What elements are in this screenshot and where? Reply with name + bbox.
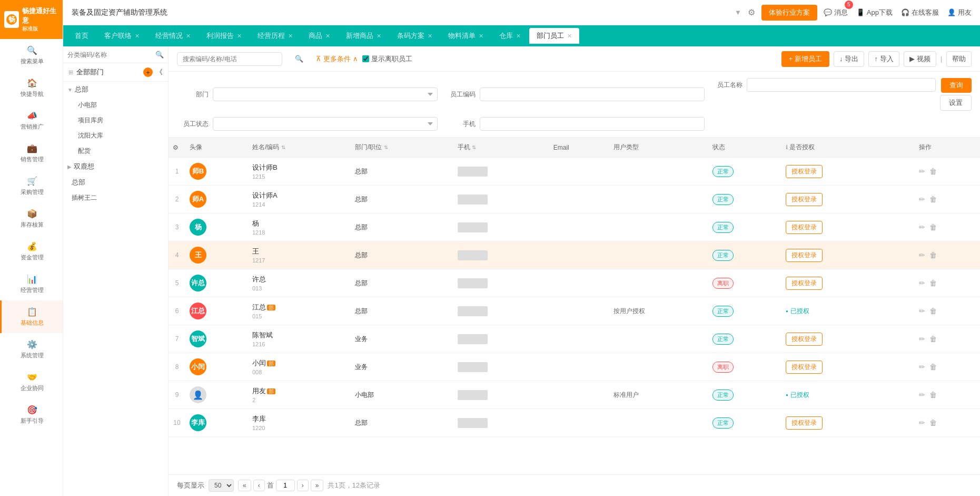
status-select[interactable] (213, 117, 438, 131)
close-icon[interactable]: ✕ (479, 33, 483, 40)
sidebar-item-finance[interactable]: 💰 资金管理 (0, 235, 63, 268)
edit-icon[interactable]: ✏ (919, 363, 925, 371)
auth-login-button[interactable]: 授权登录 (786, 361, 823, 374)
show-resigned-checkbox[interactable]: 显示离职员工 (362, 54, 412, 64)
tree-item-parent-zongbu2[interactable]: 总部 (63, 174, 168, 190)
tab-customer[interactable]: 客户联络✕ (97, 28, 147, 44)
sort-icon[interactable]: ⇅ (281, 144, 285, 150)
auth-login-button[interactable]: 授权登录 (786, 193, 823, 206)
query-button[interactable]: 查询 (941, 78, 972, 93)
sidebar-item-purchase[interactable]: 🛒 采购管理 (0, 170, 63, 202)
phone-input[interactable] (480, 117, 705, 131)
delete-icon[interactable]: 🗑 (929, 419, 937, 427)
delete-icon[interactable]: 🗑 (929, 363, 937, 371)
page-number-input[interactable] (276, 480, 295, 491)
sidebar-item-inventory[interactable]: 📦 库存核算 (0, 202, 63, 235)
tab-home[interactable]: 首页 (67, 28, 96, 44)
message-button[interactable]: 💬 消息 5 (824, 8, 848, 17)
tree-item-distribution[interactable]: 配货 (63, 143, 168, 159)
sidebar-item-search[interactable]: 🔍 搜索菜单 (0, 39, 63, 72)
help-button[interactable]: 帮助 (946, 51, 972, 67)
sidebar-item-enterprise[interactable]: 🤝 企业协同 (0, 366, 63, 398)
tab-goods[interactable]: 商品✕ (301, 28, 338, 44)
delete-icon[interactable]: 🗑 (929, 223, 937, 231)
prev-page-button[interactable]: ‹ (253, 480, 265, 491)
delete-icon[interactable]: 🗑 (929, 335, 937, 343)
experience-button[interactable]: 体验行业方案 (761, 5, 817, 21)
delete-icon[interactable]: 🗑 (929, 167, 937, 176)
edit-icon[interactable]: ✏ (919, 307, 925, 315)
app-download-button[interactable]: 📱 App下载 (856, 8, 893, 17)
import-button[interactable]: ↑ 导入 (868, 51, 899, 67)
code-input[interactable] (480, 87, 705, 101)
search-button[interactable]: 🔍 (286, 51, 312, 67)
dropdown-arrow-icon[interactable]: ▼ (735, 8, 741, 16)
auth-login-button[interactable]: 授权登录 (786, 416, 823, 430)
delete-icon[interactable]: 🗑 (929, 279, 937, 287)
auth-login-button[interactable]: 授权登录 (786, 277, 823, 290)
col-name[interactable]: 姓名/编码 ⇅ (248, 138, 351, 158)
first-page-button[interactable]: « (238, 480, 251, 491)
tree-collapse-icon[interactable]: 《 (156, 67, 163, 77)
tab-profit[interactable]: 利润报告✕ (199, 28, 249, 44)
tree-item-shenyang[interactable]: 沈阳大库 (63, 128, 168, 143)
close-icon[interactable]: ✕ (325, 33, 330, 40)
close-icon[interactable]: ✕ (186, 33, 191, 40)
tree-add-button[interactable]: + (143, 67, 153, 77)
tab-new-goods[interactable]: 新增商品✕ (339, 28, 389, 44)
edit-icon[interactable]: ✏ (919, 195, 925, 203)
sidebar-item-marketing[interactable]: 📣 营销推广 (0, 104, 63, 137)
tree-search-input[interactable] (67, 51, 153, 59)
dept-select[interactable] (213, 87, 438, 101)
delete-icon[interactable]: 🗑 (929, 391, 937, 399)
sidebar-item-operations[interactable]: 📊 经营管理 (0, 268, 63, 300)
close-icon[interactable]: ✕ (237, 33, 242, 40)
sort-icon[interactable]: ⇅ (472, 144, 476, 150)
edit-icon[interactable]: ✏ (919, 279, 925, 287)
tree-item-parent-zongbu[interactable]: ▼ 总部 (63, 82, 168, 98)
more-filter-button[interactable]: ⊼ 更多条件 ∧ (316, 54, 358, 64)
settings-icon[interactable]: ⚙ (748, 7, 755, 17)
close-icon[interactable]: ✕ (428, 33, 432, 40)
sidebar-item-quick-nav[interactable]: 🏠 快捷导航 (0, 72, 63, 104)
edit-icon[interactable]: ✏ (919, 167, 925, 176)
tab-bom[interactable]: 物料清单✕ (441, 28, 491, 44)
auth-login-button[interactable]: 授权登录 (786, 333, 823, 346)
auth-login-button[interactable]: 授权登录 (786, 165, 823, 178)
auth-login-button[interactable]: 授权登录 (786, 221, 823, 234)
tab-employees[interactable]: 部门员工✕ (529, 28, 579, 44)
close-icon[interactable]: ✕ (288, 33, 293, 40)
delete-icon[interactable]: 🗑 (929, 251, 937, 259)
video-button[interactable]: ▶ 视频 (904, 51, 936, 67)
tree-item-parent-shuanglu[interactable]: ▶ 双鹿想 (63, 159, 168, 174)
col-settings[interactable]: ⚙ (169, 138, 185, 158)
sidebar-item-guide[interactable]: 🎯 新手引导 (0, 398, 63, 431)
col-phone[interactable]: 手机 ⇅ (453, 138, 549, 158)
close-icon[interactable]: ✕ (567, 33, 572, 40)
tab-barcode[interactable]: 条码方案✕ (390, 28, 440, 44)
close-icon[interactable]: ✕ (135, 33, 140, 40)
tree-item-chushu[interactable]: 插树王二 (63, 190, 168, 206)
col-dept[interactable]: 部门/职位 ⇅ (351, 138, 453, 158)
tree-item-xiaodiandept[interactable]: 小电部 (63, 98, 168, 113)
online-service-button[interactable]: 🎧 在线客服 (901, 8, 939, 17)
edit-icon[interactable]: ✏ (919, 419, 925, 427)
user-avatar[interactable]: 👤 用友 (947, 8, 972, 17)
close-icon[interactable]: ✕ (377, 33, 381, 40)
edit-icon[interactable]: ✏ (919, 335, 925, 343)
sidebar-item-basic-info[interactable]: 📋 基础信息 (0, 300, 63, 333)
per-page-select[interactable]: 50 (209, 479, 234, 492)
add-employee-button[interactable]: + 新增员工 (781, 51, 829, 67)
edit-icon[interactable]: ✏ (919, 223, 925, 231)
tab-warehouse[interactable]: 仓库✕ (492, 28, 528, 44)
delete-icon[interactable]: 🗑 (929, 195, 937, 203)
next-page-button[interactable]: › (297, 480, 309, 491)
delete-icon[interactable]: 🗑 (929, 307, 937, 315)
sort-icon[interactable]: ⇅ (384, 144, 388, 150)
edit-icon[interactable]: ✏ (919, 251, 925, 259)
name-input[interactable] (747, 78, 936, 92)
tab-history[interactable]: 经营历程✕ (250, 28, 300, 44)
close-icon[interactable]: ✕ (516, 33, 521, 40)
last-page-button[interactable]: » (311, 480, 324, 491)
set-button[interactable]: 设置 (940, 95, 972, 111)
